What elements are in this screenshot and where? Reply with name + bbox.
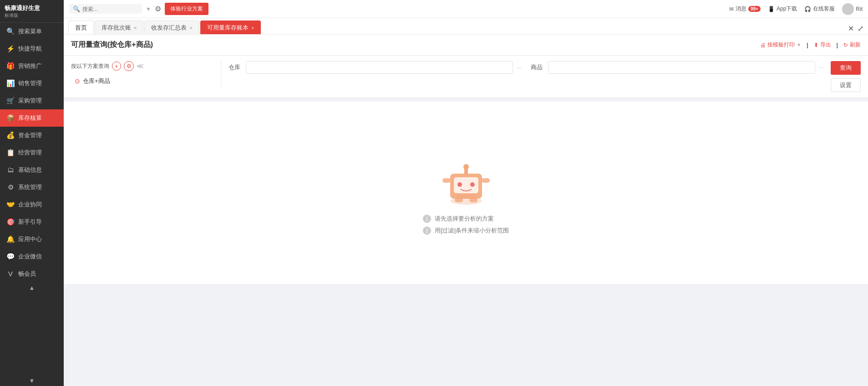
- online-service-label: 在线客服: [813, 5, 835, 13]
- app-download-btn[interactable]: 📱 App下载: [768, 5, 797, 13]
- svg-point-4: [470, 182, 475, 187]
- product-field-group: 商品 ···: [531, 61, 824, 74]
- print-dropdown-icon[interactable]: ▼: [797, 42, 801, 47]
- print-icon: 🖨: [760, 42, 766, 48]
- sidebar-item-app-center[interactable]: 🔔 应用中心: [0, 231, 64, 248]
- user-profile-btn[interactable]: Rit: [842, 3, 863, 15]
- tabs-bar: 首页库存批次账×收发存汇总表×可用量库存账本× ✕ ⤢: [64, 18, 868, 35]
- tab-label-available-stock: 可用量库存账本: [207, 24, 249, 32]
- hint-text-1: 请先选择要分析的方案: [435, 215, 494, 223]
- tab-close-available-stock[interactable]: ×: [251, 25, 254, 31]
- scheme-panel: 按以下方案查询 + ⚙ ≪ ⊙ 仓库+商品: [71, 61, 221, 87]
- sidebar-item-cooperation[interactable]: 🤝 企业协同: [0, 196, 64, 213]
- industry-btn[interactable]: 体验行业方案: [165, 3, 208, 15]
- sidebar-label-wechat: 企业微信: [18, 252, 42, 261]
- close-tab-btn[interactable]: ✕: [848, 24, 854, 33]
- scheme-settings-btn[interactable]: ⚙: [124, 61, 134, 71]
- sidebar-item-member[interactable]: V 畅会员: [0, 265, 64, 283]
- tab-label-home: 首页: [75, 24, 87, 32]
- app-download-icon: 📱: [768, 6, 775, 12]
- query-area: 按以下方案查询 + ⚙ ≪ ⊙ 仓库+商品 仓库 ···: [64, 56, 868, 98]
- sidebar-label-app-center: 应用中心: [18, 235, 42, 243]
- sidebar-icon-operations: 📋: [6, 149, 15, 157]
- tab-close-receive-summary[interactable]: ×: [189, 25, 192, 31]
- sidebar-item-finance[interactable]: 💰 资金管理: [0, 127, 64, 144]
- message-btn[interactable]: ✉ 消息 99+: [729, 5, 761, 13]
- page-header: 可用量查询(按仓库+商品) 🖨 按模板打印 ▼ | ⬆ 导出 | ↻ 刷新: [64, 35, 868, 56]
- topbar-dropdown-icon[interactable]: ▼: [146, 6, 151, 12]
- sidebar-label-inventory: 库存核算: [18, 114, 42, 122]
- product-label: 商品: [531, 63, 544, 72]
- app-logo: 畅康通好生意 标准版: [0, 0, 64, 23]
- page-title: 可用量查询(按仓库+商品): [71, 40, 153, 50]
- topbar-settings-icon[interactable]: ⚙: [155, 5, 161, 13]
- sidebar-item-wechat[interactable]: 💬 企业微信: [0, 248, 64, 265]
- sidebar-icon-system: ⚙: [6, 183, 15, 191]
- tab-receive-summary[interactable]: 收发存汇总表×: [144, 21, 199, 34]
- hint-item-2: 2 用[过滤]条件来缩小分析范围: [423, 226, 509, 235]
- filter-fields: 仓库 ··· 商品 ···: [221, 61, 823, 74]
- print-btn[interactable]: 🖨 按模板打印 ▼: [760, 41, 801, 49]
- message-badge: 99+: [748, 6, 761, 12]
- empty-state: 1 请先选择要分析的方案 2 用[过滤]条件来缩小分析范围: [64, 102, 868, 284]
- sidebar-item-basic-info[interactable]: 🗂 基础信息: [0, 161, 64, 179]
- message-label: 消息: [736, 5, 746, 13]
- maximize-tab-btn[interactable]: ⤢: [858, 24, 863, 33]
- export-btn[interactable]: ⬆ 导出: [814, 41, 831, 49]
- app-title: 畅康通好生意: [5, 5, 59, 12]
- sidebar-icon-purchase: 🛒: [6, 97, 15, 105]
- sidebar-label-sales: 销售管理: [18, 79, 42, 87]
- svg-rect-8: [482, 178, 490, 183]
- sidebar-scroll-down[interactable]: ▼: [0, 376, 64, 386]
- sidebar-item-system[interactable]: ⚙ 系统管理: [0, 179, 64, 196]
- scheme-item-warehouse-product[interactable]: ⊙ 仓库+商品: [71, 75, 215, 87]
- refresh-btn[interactable]: ↻ 刷新: [843, 41, 861, 49]
- product-more-btn[interactable]: ···: [819, 64, 823, 71]
- sidebar-item-marketing[interactable]: 🎁 营销推广: [0, 57, 64, 75]
- refresh-icon: ↻: [843, 42, 848, 48]
- query-btn[interactable]: 查询: [831, 61, 861, 75]
- svg-point-3: [457, 182, 462, 187]
- tabs-bar-right: ✕ ⤢: [848, 24, 863, 34]
- online-service-btn[interactable]: 🎧 在线客服: [804, 5, 835, 13]
- sidebar-item-shortcuts[interactable]: ⚡ 快捷导航: [0, 40, 64, 57]
- sidebar-icon-search: 🔍: [6, 27, 15, 36]
- tab-home[interactable]: 首页: [68, 21, 94, 34]
- sidebar-icon-marketing: 🎁: [6, 62, 15, 70]
- sidebar-label-finance: 资金管理: [18, 131, 42, 139]
- topbar: 🔍 ▼ ⚙ 体验行业方案 ✉ 消息 99+ 📱 App下载 🎧 在线客服 Rit: [64, 0, 868, 18]
- svg-point-6: [463, 164, 469, 170]
- sidebar-item-guide[interactable]: 🎯 新手引导: [0, 213, 64, 231]
- sidebar-item-operations[interactable]: 📋 经营管理: [0, 144, 64, 161]
- sep2: |: [837, 41, 838, 48]
- search-input[interactable]: [82, 6, 128, 12]
- sidebar-label-system: 系统管理: [18, 183, 42, 191]
- add-scheme-btn[interactable]: +: [112, 62, 121, 71]
- hint-item-1: 1 请先选择要分析的方案: [423, 215, 509, 223]
- warehouse-input[interactable]: [246, 61, 513, 74]
- sidebar-label-basic-info: 基础信息: [18, 166, 42, 174]
- collapse-btn[interactable]: ≪: [137, 62, 144, 70]
- sidebar-item-sales[interactable]: 📊 销售管理: [0, 75, 64, 92]
- app-subtitle: 标准版: [5, 12, 59, 19]
- tab-available-stock[interactable]: 可用量库存账本×: [200, 21, 261, 34]
- scheme-panel-header: 按以下方案查询 + ⚙ ≪: [71, 61, 215, 71]
- hint-num-2: 2: [423, 226, 431, 235]
- warehouse-more-btn[interactable]: ···: [517, 64, 521, 71]
- sidebar-item-inventory[interactable]: 📦 库存核算: [0, 109, 64, 127]
- topbar-right: ✉ 消息 99+ 📱 App下载 🎧 在线客服 Rit: [729, 3, 863, 15]
- product-input[interactable]: [548, 61, 815, 74]
- tab-close-batch-ledger[interactable]: ×: [134, 25, 137, 31]
- tab-batch-ledger[interactable]: 库存批次账×: [95, 21, 143, 34]
- topbar-search[interactable]: 🔍: [69, 4, 142, 14]
- hint-text-2: 用[过滤]条件来缩小分析范围: [435, 226, 509, 235]
- sidebar-scroll-up[interactable]: ▲: [0, 283, 64, 293]
- sidebar-item-purchase[interactable]: 🛒 采购管理: [0, 92, 64, 109]
- message-icon: ✉: [729, 6, 734, 12]
- headset-icon: 🎧: [804, 6, 811, 12]
- warehouse-field-group: 仓库 ···: [228, 61, 522, 74]
- sidebar-icon-guide: 🎯: [6, 218, 15, 226]
- settings-btn[interactable]: 设置: [831, 78, 861, 92]
- sidebar-item-search[interactable]: 🔍 搜索菜单: [0, 23, 64, 40]
- query-row: 按以下方案查询 + ⚙ ≪ ⊙ 仓库+商品 仓库 ···: [71, 61, 861, 92]
